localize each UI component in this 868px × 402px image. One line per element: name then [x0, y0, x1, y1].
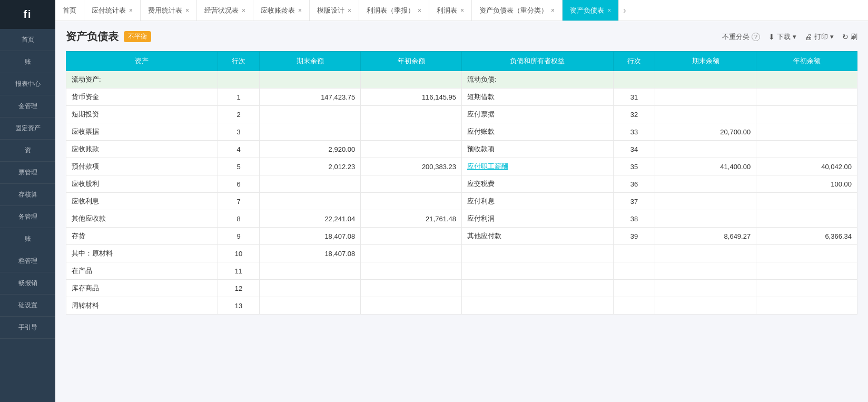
sidebar-item-fund-mgmt[interactable]: 金管理 [0, 95, 55, 117]
right-period-end[interactable]: 8,649.27 [655, 228, 756, 245]
left-year-begin[interactable] [361, 245, 462, 262]
right-period-end[interactable] [655, 280, 756, 297]
right-year-begin[interactable] [756, 245, 857, 262]
sidebar-item-report-center[interactable]: 报表中心 [0, 73, 55, 95]
sidebar-item-home[interactable]: 首页 [0, 29, 55, 51]
close-tab-payable-stats[interactable]: × [129, 7, 133, 14]
right-period-end[interactable] [655, 193, 756, 210]
sidebar-item-ticket-mgmt[interactable]: 票管理 [0, 162, 55, 184]
close-tab-balance[interactable]: × [607, 7, 611, 14]
left-year-begin[interactable] [361, 262, 462, 280]
right-year-begin[interactable] [756, 210, 857, 228]
tab-operation-status[interactable]: 经营状况表 × [197, 0, 253, 21]
tab-balance-reclassify[interactable]: 资产负债表（重分类） × [472, 0, 563, 21]
tab-scroll-right[interactable]: › [619, 6, 630, 15]
left-period-end[interactable] [260, 123, 361, 141]
left-period-end[interactable] [260, 175, 361, 193]
sidebar-item-account[interactable]: 账 [0, 51, 55, 73]
left-year-begin[interactable] [361, 228, 462, 245]
right-year-begin[interactable] [756, 297, 857, 315]
right-period-end[interactable] [655, 210, 756, 228]
left-period-end[interactable]: 18,407.08 [260, 228, 361, 245]
right-year-begin[interactable]: 40,042.00 [756, 158, 857, 175]
left-period-end[interactable]: 2,920.00 [260, 141, 361, 158]
sidebar-item-ledger[interactable]: 账 [0, 228, 55, 250]
tab-profit-quarterly[interactable]: 利润表（季报） × [359, 0, 429, 21]
close-tab-profit-quarterly[interactable]: × [418, 7, 421, 14]
sidebar-item-expense[interactable]: 畅报销 [0, 272, 55, 295]
right-period-end[interactable] [655, 245, 756, 262]
left-year-begin[interactable] [361, 297, 462, 315]
left-label: 周转材料 [66, 297, 218, 315]
right-period-end[interactable]: 41,400.00 [655, 158, 756, 175]
sidebar-item-fixed-assets[interactable]: 固定资产 [0, 117, 55, 140]
left-year-begin[interactable]: 21,761.48 [361, 210, 462, 228]
close-tab-profit[interactable]: × [460, 7, 464, 14]
tab-home[interactable]: 首页 [55, 0, 84, 21]
left-period-end[interactable] [260, 262, 361, 280]
left-label: 应收利息 [66, 193, 218, 210]
right-period-end[interactable]: 20,700.00 [655, 123, 756, 141]
left-year-begin[interactable]: 200,383.23 [361, 158, 462, 175]
left-period-end[interactable] [260, 106, 361, 123]
right-year-begin[interactable] [756, 262, 857, 280]
report-table: 资产 行次 期末余额 年初余额 负债和所有者权益 行次 期末余额 年初余额 流动… [66, 51, 857, 315]
right-period-end[interactable] [655, 175, 756, 193]
refresh-btn[interactable]: ↻ 刷 [842, 32, 857, 42]
right-year-begin[interactable]: 100.00 [756, 175, 857, 193]
table-section-row: 流动资产: 流动负债: [66, 71, 857, 89]
close-tab-receivable-age[interactable]: × [298, 7, 302, 14]
left-year-begin[interactable] [361, 123, 462, 141]
tab-template-design[interactable]: 模版设计 × [310, 0, 359, 21]
close-tab-expense-stats[interactable]: × [185, 7, 189, 14]
tab-profit[interactable]: 利润表 × [429, 0, 472, 21]
sidebar-item-assets[interactable]: 资 [0, 140, 55, 162]
right-period-end[interactable] [655, 106, 756, 123]
right-year-begin[interactable] [756, 106, 857, 123]
right-period-end[interactable] [655, 262, 756, 280]
left-period-end[interactable] [260, 280, 361, 297]
sidebar-item-inventory[interactable]: 存核算 [0, 184, 55, 206]
left-period-end[interactable] [260, 193, 361, 210]
close-tab-operation-status[interactable]: × [242, 7, 245, 14]
right-year-begin[interactable] [756, 141, 857, 158]
right-year-begin[interactable] [756, 123, 857, 141]
tab-expense-stats[interactable]: 费用统计表 × [141, 0, 197, 21]
right-label [461, 297, 613, 315]
print-btn[interactable]: 🖨 打印 ▾ [805, 32, 834, 42]
tab-balance[interactable]: 资产负债表 × [563, 0, 619, 21]
left-year-begin[interactable] [361, 106, 462, 123]
download-btn[interactable]: ⬇ 下载 ▾ [768, 32, 796, 42]
sidebar-item-file-mgmt[interactable]: 档管理 [0, 250, 55, 272]
right-row-num: 36 [613, 175, 655, 193]
sidebar-item-affairs-mgmt[interactable]: 务管理 [0, 206, 55, 228]
sidebar-item-guide[interactable]: 手引导 [0, 317, 55, 339]
close-tab-balance-reclassify[interactable]: × [551, 7, 555, 14]
left-year-begin[interactable] [361, 193, 462, 210]
left-year-begin[interactable]: 116,145.95 [361, 89, 462, 106]
right-year-begin[interactable] [756, 89, 857, 106]
left-period-end[interactable]: 22,241.04 [260, 210, 361, 228]
left-period-end[interactable] [260, 297, 361, 315]
right-period-end[interactable] [655, 89, 756, 106]
right-period-end[interactable] [655, 297, 756, 315]
tab-payable-stats[interactable]: 应付统计表 × [84, 0, 141, 21]
left-period-end[interactable]: 2,012.23 [260, 158, 361, 175]
right-year-begin[interactable]: 6,366.34 [756, 228, 857, 245]
section-right-label: 流动负债: [461, 71, 613, 89]
table-row: 其中：原材料 10 18,407.08 [66, 245, 857, 262]
left-year-begin[interactable] [361, 280, 462, 297]
right-period-end[interactable] [655, 141, 756, 158]
right-year-begin[interactable] [756, 280, 857, 297]
tab-receivable-age[interactable]: 应收账龄表 × [253, 0, 310, 21]
left-year-begin[interactable] [361, 141, 462, 158]
left-period-end[interactable]: 18,407.08 [260, 245, 361, 262]
sidebar-item-base-settings[interactable]: 础设置 [0, 295, 55, 317]
left-year-begin[interactable] [361, 175, 462, 193]
help-icon[interactable]: ? [752, 33, 760, 41]
right-year-begin[interactable] [756, 193, 857, 210]
close-tab-template-design[interactable]: × [348, 7, 351, 14]
left-period-end[interactable]: 147,423.75 [260, 89, 361, 106]
no-reclassify-btn[interactable]: 不重分类 ? [722, 32, 760, 42]
download-icon: ⬇ [768, 33, 775, 41]
